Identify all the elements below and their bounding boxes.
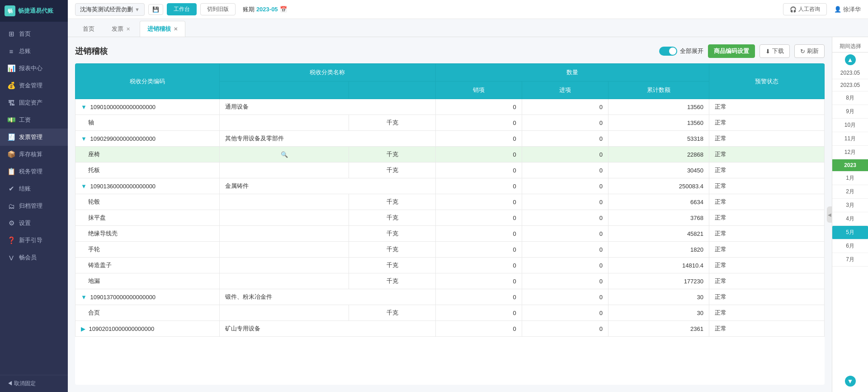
user-area[interactable]: 👤 徐泽华: [834, 5, 861, 14]
child-row-name: 座椅: [75, 147, 220, 163]
sidebar-logo: 畅 畅捷通易代账: [0, 0, 68, 22]
group-row-name: 锻件、粉末冶金件: [219, 289, 435, 305]
period-item[interactable]: 1月: [832, 172, 868, 185]
expand-icon[interactable]: ▼: [81, 104, 87, 110]
sidebar-item-wages[interactable]: 💵 工资: [0, 111, 68, 129]
tab-invoice-label: 发票: [112, 25, 123, 33]
period-item[interactable]: 8月: [832, 91, 868, 105]
period-item[interactable]: 11月: [832, 132, 868, 146]
period-item[interactable]: 2月: [832, 185, 868, 199]
page-header: 进销稽核 全部展开 商品编码设置 ⬇ 下载: [75, 44, 825, 58]
col-header-sales: 销项: [435, 81, 522, 99]
reports-icon: 📊: [7, 64, 15, 72]
period-down-btn[interactable]: ▼: [845, 376, 856, 387]
toggle-knob: [669, 48, 676, 55]
unpin-label: ◀ 取消固定: [7, 380, 36, 387]
tab-reconcile-close[interactable]: ✕: [174, 26, 178, 32]
sidebar-unpin-btn[interactable]: ◀ 取消固定: [0, 375, 68, 392]
company-selector[interactable]: 沈海英测试经营勿删 ▼: [75, 3, 145, 16]
period-up-btn[interactable]: ▲: [845, 54, 856, 65]
sidebar-item-vip[interactable]: V 畅会员: [0, 249, 68, 266]
period-value: 2023-05: [256, 6, 278, 13]
child-row-name: 轮毂: [75, 194, 220, 210]
group-row-code: ▼ 10901370000000000000: [75, 289, 220, 305]
sidebar-item-invoice[interactable]: 🧾 发票管理: [0, 129, 68, 146]
help-btn[interactable]: 🎧 人工咨询: [783, 3, 827, 15]
expand-icon[interactable]: ▼: [81, 135, 87, 142]
settings-icon: ⚙: [7, 219, 15, 227]
logo-icon: 畅: [5, 5, 15, 16]
group-row-code: ▼ 10901360000000000000: [75, 178, 220, 194]
download-btn[interactable]: ⬇ 下载: [760, 44, 790, 58]
period-item[interactable]: 4月: [832, 212, 868, 226]
sidebar-item-assets[interactable]: 🏗 固定资产: [0, 94, 68, 111]
period-item[interactable]: 6月: [832, 239, 868, 253]
group-row-code: ▼ 10902990000000000000: [75, 131, 220, 147]
group-row-name: 金属铸件: [219, 178, 435, 194]
tab-invoice[interactable]: 发票 ✕: [104, 21, 138, 37]
content-wrap: 进销稽核 全部展开 商品编码设置 ⬇ 下载: [68, 37, 868, 392]
period-item[interactable]: 7月: [832, 253, 868, 267]
vip-icon: V: [7, 254, 15, 262]
sidebar-item-archive[interactable]: 🗂 归档管理: [0, 197, 68, 215]
search-icon[interactable]: 🔍: [281, 151, 288, 158]
col-header-warning: 预警状态: [709, 64, 825, 99]
period-item[interactable]: 10月: [832, 119, 868, 132]
switch-old-btn[interactable]: 切到旧版: [200, 3, 236, 15]
save-draft-icon: 💾: [152, 6, 159, 13]
sidebar-item-label: 结账: [19, 185, 31, 193]
sidebar-item-funds[interactable]: 💰 资金管理: [0, 77, 68, 94]
sidebar-item-settle[interactable]: ✔ 结账: [0, 180, 68, 197]
child-row-name: 合页: [75, 305, 220, 321]
period-item[interactable]: 2023.05: [832, 67, 868, 79]
reconcile-table: 税收分类编码 税收分类名称 数量 预警状态 销项 进项 累计数额 ▼ 10901…: [75, 63, 825, 337]
page-content: 进销稽核 全部展开 商品编码设置 ⬇ 下载: [68, 37, 832, 392]
inventory-icon: 📦: [7, 150, 15, 158]
expand-icon[interactable]: ▼: [81, 294, 87, 301]
sidebar-item-ledger[interactable]: ≡ 总账: [0, 43, 68, 60]
refresh-label: 刷新: [807, 47, 819, 55]
product-code-btn[interactable]: 商品编码设置: [708, 44, 755, 58]
panel-collapse-btn[interactable]: ◀: [827, 206, 832, 223]
right-panel: ◀ 期间选择 ▲ 2023.052023.058月9月10月11月12月2023…: [832, 37, 868, 392]
guide-icon: ❓: [7, 236, 15, 244]
download-icon: ⬇: [765, 48, 770, 55]
col-subheader-unit: [349, 81, 435, 99]
expand-icon[interactable]: ▼: [81, 183, 87, 190]
topbar-right: 🎧 人工咨询 👤 徐泽华: [783, 3, 861, 15]
sidebar-item-reports[interactable]: 📊 报表中心: [0, 60, 68, 77]
save-draft-btn[interactable]: 💾: [148, 4, 163, 15]
sidebar-item-label: 税务管理: [19, 167, 42, 176]
calendar-icon[interactable]: 📅: [280, 6, 287, 13]
sidebar-item-inventory[interactable]: 📦 库存核算: [0, 146, 68, 163]
refresh-icon: ↻: [800, 48, 805, 55]
sidebar-item-label: 发票管理: [19, 133, 42, 141]
child-row-name: 地漏: [75, 273, 220, 289]
period-item[interactable]: 3月: [832, 199, 868, 212]
tax-icon: 📋: [7, 167, 15, 176]
sidebar-item-home[interactable]: ⊞ 首页: [0, 25, 68, 43]
period-item[interactable]: 12月: [832, 146, 868, 159]
tab-invoice-close[interactable]: ✕: [126, 26, 130, 32]
period-item[interactable]: 2023.05: [832, 79, 868, 91]
period-label: 账期: [243, 5, 255, 14]
user-name: 徐泽华: [843, 5, 861, 14]
child-row-name: 铸造盖子: [75, 258, 220, 273]
sidebar-item-tax[interactable]: 📋 税务管理: [0, 163, 68, 180]
tab-home[interactable]: 首页: [75, 21, 102, 37]
tab-reconcile[interactable]: 进销稽核 ✕: [140, 21, 185, 37]
expand-icon[interactable]: ▶: [81, 325, 85, 332]
refresh-btn[interactable]: ↻ 刷新: [794, 44, 825, 58]
sidebar-item-settings[interactable]: ⚙ 设置: [0, 215, 68, 232]
period-item[interactable]: 5月: [832, 226, 868, 239]
group-row-code: ▼ 10901000000000000000: [75, 99, 220, 115]
logo-text: 畅捷通易代账: [18, 7, 53, 15]
group-row-name: 矿山专用设备: [219, 321, 435, 337]
period-item[interactable]: 2023: [832, 159, 868, 172]
workspace-btn[interactable]: 工作台: [167, 3, 197, 15]
sidebar-item-guide[interactable]: ❓ 新手引导: [0, 232, 68, 249]
col-header-total: 累计数额: [608, 81, 709, 99]
col-header-purchase: 进项: [522, 81, 608, 99]
expand-toggle[interactable]: [659, 47, 677, 56]
period-item[interactable]: 9月: [832, 105, 868, 119]
